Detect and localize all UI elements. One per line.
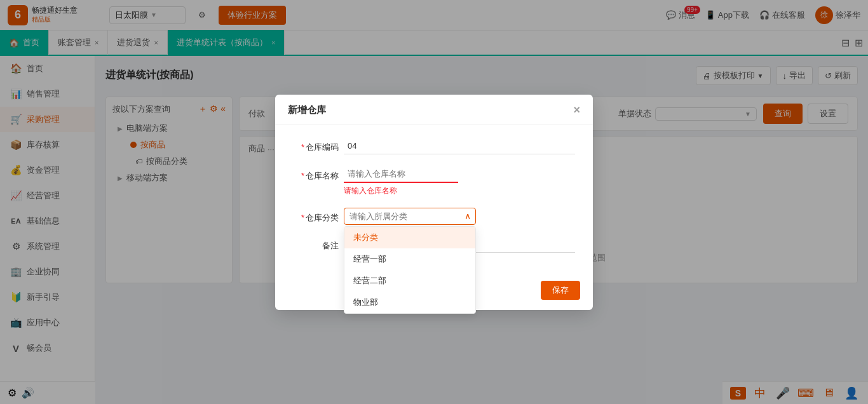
- modal-overlay: 新增仓库 × *仓库编码 *仓库名称 请输入仓库名称: [0, 0, 868, 404]
- form-row-name: *仓库名称 请输入仓库名称: [293, 166, 575, 196]
- code-input[interactable]: [344, 138, 575, 154]
- category-dropdown: 未分类 经营一部 经营二部 物业部: [344, 226, 476, 314]
- modal-close-icon[interactable]: ×: [573, 104, 580, 117]
- form-row-code: *仓库编码: [293, 138, 575, 154]
- category-label: *仓库分类: [293, 208, 344, 224]
- category-input[interactable]: [344, 208, 476, 225]
- code-label: *仓库编码: [293, 138, 344, 153]
- dropdown-item-dept1[interactable]: 经营一部: [344, 248, 475, 270]
- modal-title: 新增仓库: [288, 104, 326, 116]
- dropdown-item-dept2[interactable]: 经营二部: [344, 270, 475, 292]
- dropdown-item-dept3[interactable]: 物业部: [344, 292, 475, 313]
- name-input[interactable]: [344, 166, 458, 183]
- name-label: *仓库名称: [293, 166, 344, 182]
- name-error-tip: 请输入仓库名称: [344, 186, 397, 195]
- category-select-wrap: ∧ 未分类 经营一部 经营二部 物业部: [344, 208, 476, 225]
- form-row-category: *仓库分类 ∧ 未分类 经营一部 经营二部 物业部: [293, 208, 575, 225]
- notes-label: 备注: [293, 236, 344, 252]
- modal-header: 新增仓库 ×: [275, 95, 593, 125]
- modal-body: *仓库编码 *仓库名称 请输入仓库名称: [275, 125, 593, 274]
- dropdown-item-unclassified[interactable]: 未分类: [344, 227, 475, 248]
- save-button[interactable]: 保存: [541, 281, 580, 300]
- new-warehouse-modal: 新增仓库 × *仓库编码 *仓库名称 请输入仓库名称: [275, 95, 593, 310]
